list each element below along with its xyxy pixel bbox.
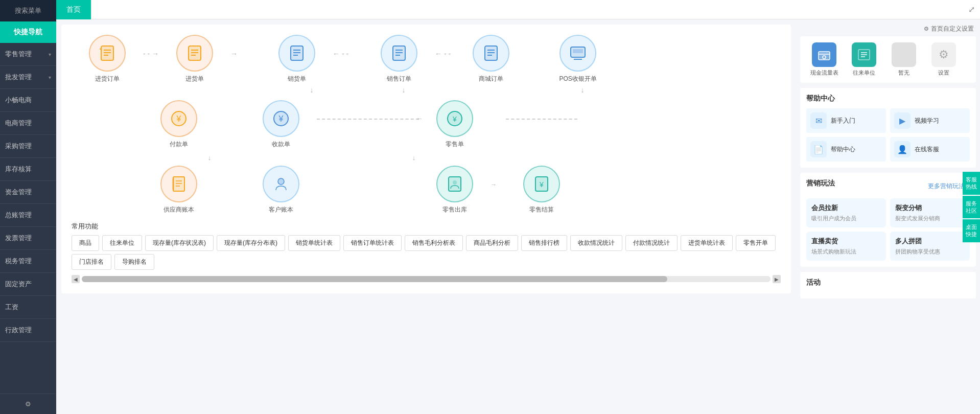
marketing-header: 营销玩法 更多营销玩法 > [806, 179, 970, 193]
marketing-item-title: 会员拉新 [811, 203, 881, 213]
flow-node-customer-book[interactable]: 客户账本 [245, 166, 317, 214]
func-btn-sales-order-stat[interactable]: 销售订单统计表 [343, 235, 402, 251]
help-item-help[interactable]: 📄 帮助中心 [806, 137, 886, 162]
func-btn-receipt-stat[interactable]: 收款情况统计 [570, 235, 622, 251]
customize-label[interactable]: 首页自定义设置 [931, 25, 974, 33]
sidebar-item-admin[interactable]: 行政管理 [0, 319, 56, 342]
partners-icon [852, 42, 876, 67]
purchase-icon [176, 35, 213, 72]
scroll-right-arrow[interactable]: ▶ [773, 275, 781, 283]
flow-node-purchase[interactable]: 进货单 [159, 35, 230, 83]
marketing-item-desc: 场景式购物新玩法 [811, 248, 881, 256]
receipt-icon: ¥ [263, 100, 299, 137]
sidebar-item-retail[interactable]: 零售管理 ▾ [0, 43, 56, 66]
pos-icon [559, 35, 596, 72]
sidebar-item-ecommerce[interactable]: 电商管理 [0, 112, 56, 135]
help-item-beginner[interactable]: ✉ 新手入门 [806, 108, 886, 133]
sidebar-settings[interactable]: ⚙ [0, 394, 56, 414]
func-btn-sales-rank[interactable]: 销售排行榜 [521, 235, 567, 251]
quick-icon-partners[interactable]: 往来单位 [846, 42, 882, 77]
svg-text:¥: ¥ [176, 114, 181, 123]
func-btn-inventory-dist[interactable]: 现存量(库存分布表) [217, 235, 285, 251]
svg-point-48 [453, 180, 457, 185]
retail-settle-icon: ¥ [523, 166, 560, 202]
main-panel: 进货订单 - - → 进货单 → [56, 19, 796, 414]
supplier-book-icon [160, 166, 197, 202]
settings-icon: ⚙ [931, 42, 956, 67]
flow-node-mall[interactable]: 商城订单 [455, 35, 527, 83]
sidebar-item-assets[interactable]: 固定资产 [0, 273, 56, 296]
quick-icons-bar: 现金流量表 往来单位 暂无 ⚙ [800, 36, 976, 83]
flow-node-label: 收款单 [272, 140, 290, 149]
flow-node-label: 客户账本 [269, 205, 293, 214]
sidebar-item-wholesale[interactable]: 批发管理 ▾ [0, 66, 56, 89]
scrollbar-track[interactable] [82, 276, 771, 282]
sidebar-item-finance[interactable]: 资金管理 [0, 181, 56, 204]
function-buttons: 商品 往来单位 现存量(库存状况表) 现存量(库存分布表) 销货单统计表 销售订… [72, 235, 781, 270]
doc-icon: 📄 [810, 141, 827, 157]
marketing-grid: 会员拉新 吸引用户成为会员 裂变分销 裂变式发展分销商 直播卖货 场景式购物新玩… [806, 198, 970, 261]
flow-row-3: ¥ 付款单 ¥ 收款单 [72, 100, 781, 149]
sidebar-item-purchase[interactable]: 采购管理 [0, 135, 56, 158]
sales-order-icon [381, 35, 417, 72]
marketing-item-member[interactable]: 会员拉新 吸引用户成为会员 [806, 198, 886, 227]
sidebar-item-salary[interactable]: 工资 [0, 296, 56, 319]
func-btn-partners[interactable]: 往来单位 [102, 235, 142, 251]
marketing-item-desc: 吸引用户成为会员 [811, 215, 881, 222]
flow-node-label: 零售出库 [442, 205, 467, 214]
flow-node-pos[interactable]: POS收银开单 [542, 35, 614, 83]
marketing-item-group[interactable]: 多人拼团 拼团购物享受优惠 [890, 232, 970, 261]
sidebar-item-ledger[interactable]: 总账管理 [0, 204, 56, 227]
help-title: 帮助中心 [806, 94, 970, 103]
flow-node-retail[interactable]: ¥ 零售单 [419, 100, 491, 149]
chevron-down-icon: ▾ [49, 75, 51, 80]
func-btn-sales-stat[interactable]: 销货单统计表 [288, 235, 340, 251]
flow-node-label: 销售订单 [387, 75, 411, 83]
sidebar-item-tax[interactable]: 税务管理 [0, 250, 56, 273]
expand-icon[interactable]: ⤢ [968, 5, 975, 14]
sidebar-item-invoice[interactable]: 发票管理 [0, 227, 56, 250]
marketing-item-live[interactable]: 直播卖货 场景式购物新玩法 [806, 232, 886, 261]
func-btn-guide-rank[interactable]: 导购排名 [114, 254, 154, 270]
flow-node-supplier-book[interactable]: 供应商账本 [143, 166, 215, 214]
flow-row-2: ↓ ↓ [72, 86, 781, 96]
svg-rect-27 [573, 49, 583, 53]
flow-node-payment[interactable]: ¥ 付款单 [143, 100, 215, 149]
flow-node-purchase-order[interactable]: 进货订单 [72, 35, 143, 83]
quick-icon-none[interactable]: 暂无 [886, 42, 922, 77]
flow-node-retail-settle[interactable]: ¥ 零售结算 [506, 166, 577, 214]
help-item-video[interactable]: ▶ 视频学习 [890, 108, 970, 133]
common-functions: 常用功能 商品 往来单位 现存量(库存状况表) 现存量(库存分布表) 销货单统计… [72, 222, 781, 270]
func-btn-goods[interactable]: 商品 [72, 235, 99, 251]
help-item-service[interactable]: 👤 在线客服 [890, 137, 970, 162]
tab-home[interactable]: 首页 [56, 0, 91, 19]
float-btn-service[interactable]: 客服热线 [963, 172, 980, 195]
func-btn-inventory-status[interactable]: 现存量(库存状况表) [145, 235, 214, 251]
flow-node-sales-order[interactable]: 销售订单 [363, 35, 435, 83]
flow-node-receipt[interactable]: ¥ 收款单 [245, 100, 317, 149]
func-btn-payment-stat[interactable]: 付款情况统计 [625, 235, 678, 251]
quick-icon-cashflow[interactable]: 现金流量表 [806, 42, 842, 77]
marketing-item-title: 直播卖货 [811, 237, 881, 246]
float-btn-community[interactable]: 服务社区 [963, 196, 980, 219]
flow-node-label: 付款单 [170, 140, 188, 149]
quick-icon-settings[interactable]: ⚙ 设置 [926, 42, 962, 77]
help-item-label: 视频学习 [915, 117, 939, 125]
func-btn-goods-profit[interactable]: 商品毛利分析 [466, 235, 518, 251]
scroll-left-arrow[interactable]: ◀ [72, 275, 80, 283]
scroll-nav: ◀ ▶ [72, 275, 781, 283]
sidebar-search[interactable]: 搜索菜单 [0, 0, 56, 21]
func-btn-retail-order[interactable]: 零售开单 [736, 235, 776, 251]
func-btn-store-rank[interactable]: 门店排名 [72, 254, 111, 270]
func-btn-purchase-stat[interactable]: 进货单统计表 [681, 235, 733, 251]
help-section: 帮助中心 ✉ 新手入门 ▶ 视频学习 📄 帮助中心 [800, 88, 976, 168]
partners-label: 往来单位 [853, 69, 875, 77]
sidebar-item-ecommerce-small[interactable]: 小畅电商 [0, 89, 56, 112]
flow-node-sales[interactable]: 销货单 [261, 35, 333, 83]
flow-node-retail-out[interactable]: 零售出库 [419, 166, 491, 214]
sidebar-item-inventory[interactable]: 库存核算 [0, 158, 56, 181]
func-btn-sales-profit[interactable]: 销售毛利分析表 [405, 235, 463, 251]
marketing-item-fission[interactable]: 裂变分销 裂变式发展分销商 [890, 198, 970, 227]
content-area: 进货订单 - - → 进货单 → [56, 19, 980, 414]
float-btn-desktop[interactable]: 桌面快捷 [963, 219, 980, 242]
